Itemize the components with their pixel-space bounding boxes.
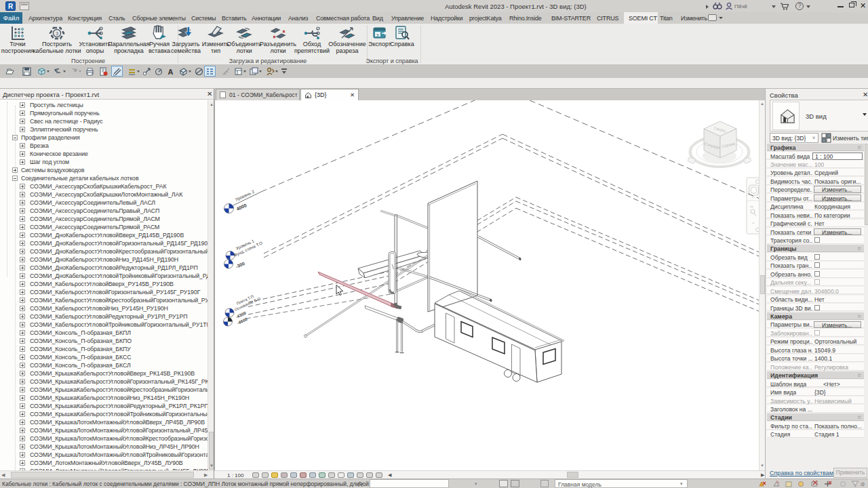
svg-text:x: x — [376, 33, 379, 37]
svg-text:-300: -300 — [235, 261, 245, 269]
svg-text:A: A — [168, 68, 174, 76]
svg-text:3: 3 — [56, 30, 59, 37]
svg-text:4000: 4000 — [236, 203, 248, 211]
